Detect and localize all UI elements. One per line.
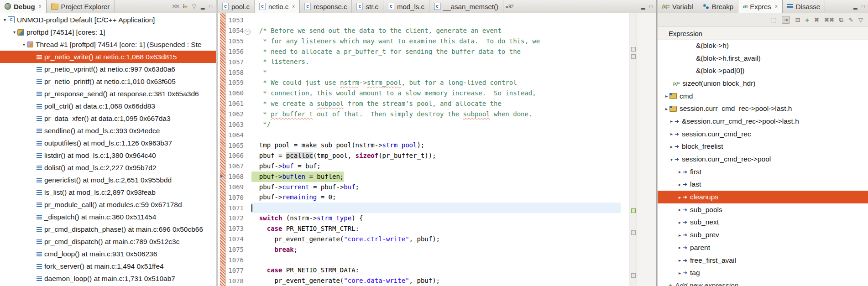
twistie-collapsed-icon[interactable]: ▸ bbox=[677, 207, 683, 212]
tab-project-explorer[interactable]: Project Explorer bbox=[47, 0, 115, 13]
editor-tab-netio-c[interactable]: cnetio.c☓ bbox=[255, 0, 300, 13]
editor-tab-pool-c[interactable]: cpool.c bbox=[218, 0, 255, 13]
twistie-collapsed-icon[interactable]: ▸ bbox=[677, 169, 683, 174]
editor-tab-mod-ls-c[interactable]: cmod_ls.c bbox=[383, 0, 429, 13]
tab-debug[interactable]: Debug ☓ bbox=[0, 0, 47, 13]
code-line-1066[interactable]: 1066 pbuf = pcalloc(tmp_pool, sizeof(pr_… bbox=[218, 151, 621, 161]
stack-frame[interactable]: pr_data_xfer() at data.c:1,095 0x667da3 bbox=[0, 112, 216, 125]
code-line-1057[interactable]: 1057 * listeners. bbox=[218, 57, 621, 67]
code-line-1073[interactable]: 1073 case PR_NETIO_STRM_CTRL: bbox=[218, 224, 621, 234]
stack-frame[interactable]: outputfiles() at mod_ls.c:1,126 0x963b37 bbox=[0, 137, 216, 149]
editor-tab-str-c[interactable]: cstr.c bbox=[352, 0, 383, 13]
restart-icon[interactable]: i bbox=[183, 3, 188, 10]
debug-tree-row[interactable]: ▾proftpd [74514] [cores: 1] bbox=[0, 26, 216, 38]
code-lines[interactable]: 10531054− /* Before we send out the data… bbox=[218, 13, 621, 286]
copy-expressions-icon[interactable]: ⧉ bbox=[839, 17, 843, 23]
stack-frame[interactable]: cmd_loop() at main.c:931 0x506236 bbox=[0, 248, 216, 260]
stack-frame[interactable]: pr_netio_vprintf() at netio.c:997 0x63d0… bbox=[0, 63, 216, 75]
view-menu-icon[interactable]: ▽ bbox=[858, 17, 863, 23]
overview-marker[interactable] bbox=[631, 54, 636, 59]
expression-row[interactable]: ▸➜free_first_avail bbox=[658, 254, 868, 267]
stack-frame[interactable]: pr_cmd_dispatch() at main.c:789 0x512c3c bbox=[0, 235, 216, 248]
twistie-collapsed-icon[interactable]: ▸ bbox=[677, 182, 683, 187]
code-editor-netio[interactable]: 10531054− /* Before we send out the data… bbox=[218, 13, 656, 286]
edit-expression-icon[interactable]: ✎ bbox=[848, 17, 853, 23]
maximize-icon[interactable]: □ bbox=[862, 4, 865, 9]
expression-row[interactable]: ▸➜sub_next bbox=[658, 216, 868, 229]
debug-tree-row[interactable]: ▾Thread #1 [proftpd] 74514 [core: 1] (Su… bbox=[0, 38, 216, 51]
stack-frame[interactable]: genericlist() at mod_ls.c:2,651 0x955bdd bbox=[0, 174, 216, 186]
twistie-collapsed-icon[interactable]: ▸ bbox=[677, 245, 683, 250]
tab-breakp[interactable]: Breakp bbox=[698, 0, 739, 13]
code-line-1062[interactable]: 1062 * pr_buffer_t out of that. Then sim… bbox=[218, 109, 621, 120]
code-line-1077[interactable]: 1077 case PR_NETIO_STRM_DATA: bbox=[218, 265, 621, 276]
close-icon[interactable]: ☓ bbox=[292, 4, 295, 10]
overview-marker[interactable] bbox=[631, 47, 636, 52]
editor-scrollbar[interactable] bbox=[637, 13, 656, 286]
stack-frame[interactable]: _dispatch() at main.c:360 0x511454 bbox=[0, 211, 216, 223]
stack-frame[interactable]: pr_cmd_dispatch_phase() at main.c:696 0x… bbox=[0, 223, 216, 235]
stack-frame[interactable]: dolist() at mod_ls.c:2,227 0x95b7d2 bbox=[0, 161, 216, 174]
expression-row[interactable]: ▸➜session.curr_cmd_rec bbox=[658, 128, 868, 140]
code-line-1072[interactable]: 1072 switch (nstrm->strm_type) { bbox=[218, 213, 621, 224]
stack-frame[interactable]: pr_netio_printf() at netio.c:1,010 0x63f… bbox=[0, 75, 216, 88]
code-line-1054[interactable]: 1054− /* Before we send out the data to … bbox=[218, 26, 621, 36]
expression-row[interactable]: ▸➜tag bbox=[658, 266, 868, 279]
code-line-1058[interactable]: 1058 * bbox=[218, 67, 621, 78]
expression-row[interactable]: ▸session.curr_cmd_rec->pool->last.h bbox=[658, 102, 868, 115]
stack-frame[interactable]: listdir() at mod_ls.c:1,380 0x964c40 bbox=[0, 149, 216, 161]
code-line-1069[interactable]: 1069 pbuf->current = pbuf->buf; bbox=[218, 182, 621, 192]
expression-row[interactable]: &(blok->pad[0]) bbox=[658, 64, 868, 77]
overview-marker[interactable] bbox=[631, 230, 636, 235]
tab-expres[interactable]: 66Expres☓ bbox=[738, 0, 783, 13]
twistie-collapsed-icon[interactable]: ▸ bbox=[677, 195, 683, 200]
twistie-expanded-icon[interactable]: ▾ bbox=[669, 157, 675, 162]
view-menu-icon[interactable]: ▽ bbox=[192, 4, 196, 9]
code-line-1074[interactable]: 1074 pr_event_generate("core.ctrl-write"… bbox=[218, 234, 621, 244]
code-line-1063[interactable]: 1063 */ bbox=[218, 119, 621, 130]
minimize-icon[interactable]: ▂ bbox=[201, 4, 204, 9]
editor-tab-response-c[interactable]: cresponse.c bbox=[300, 0, 352, 13]
code-line-1055[interactable]: 1055 * for any listeners which may want … bbox=[218, 36, 621, 47]
expression-row[interactable]: &(blok->h) bbox=[658, 39, 868, 52]
code-line-1070[interactable]: 1070 pbuf->remaining = 0; bbox=[218, 192, 621, 203]
expression-row[interactable]: ▸➜block_freelist bbox=[658, 140, 868, 153]
debug-tree-row[interactable]: ▾CUNMOD-proftpd Default [C/C++ Applicati… bbox=[0, 14, 216, 26]
remove-all-terminated-icon[interactable]: ✕✕ bbox=[172, 4, 178, 9]
stack-frame[interactable]: ls_list() at mod_ls.c:2,897 0x93feab bbox=[0, 186, 216, 198]
code-line-1059[interactable]: 1059 * We could just use nstrm->strm_poo… bbox=[218, 78, 621, 88]
expression-row[interactable]: ▸➜sub_prev bbox=[658, 229, 868, 241]
expression-row[interactable]: ▸➜last bbox=[658, 178, 868, 191]
twistie-collapsed-icon[interactable]: ▸ bbox=[677, 233, 683, 238]
code-line-1056[interactable]: 1056 * need to allocate a pr_buffer_t fo… bbox=[218, 47, 621, 57]
code-line-1068[interactable]: ➤1068 pbuf->buflen = buflen; bbox=[218, 172, 621, 182]
twistie-expanded-icon[interactable]: ▾ bbox=[21, 42, 27, 47]
expression-row[interactable]: ▸➜parent bbox=[658, 241, 868, 254]
editor-tab-asan-memset[interactable]: c__asan_memset() bbox=[429, 0, 503, 13]
stack-frame-selected[interactable]: pr_netio_write() at netio.c:1,068 0x63d8… bbox=[0, 51, 216, 63]
add-new-expression[interactable]: +Add new expression bbox=[658, 279, 868, 286]
minimize-icon[interactable]: ▂ bbox=[853, 4, 857, 9]
code-line-1053[interactable]: 1053 bbox=[218, 15, 621, 26]
twistie-expanded-icon[interactable]: ▾ bbox=[2, 17, 8, 22]
stack-frame[interactable]: fork_server() at main.c:1,494 0x51ffe4 bbox=[0, 260, 216, 272]
maximize-icon[interactable]: □ bbox=[649, 4, 653, 9]
twistie-collapsed-icon[interactable]: ▸ bbox=[669, 144, 675, 149]
stack-frame[interactable]: sendline() at mod_ls.c:393 0x94edce bbox=[0, 125, 216, 137]
expression-row[interactable]: ▸cmd bbox=[658, 90, 868, 103]
add-expression-icon[interactable]: + bbox=[805, 16, 809, 23]
twistie-expanded-icon[interactable]: ▾ bbox=[11, 30, 17, 35]
tab-disasse[interactable]: Disasse bbox=[783, 0, 825, 13]
code-line-1061[interactable]: 1061 * we create a subpool from the stre… bbox=[218, 99, 621, 109]
more-editors-chevron[interactable]: »92 bbox=[503, 3, 515, 10]
fold-marker-icon[interactable]: − bbox=[244, 26, 251, 35]
twistie-collapsed-icon[interactable]: ▸ bbox=[677, 270, 683, 276]
overview-marker[interactable] bbox=[631, 273, 636, 278]
show-type-names-icon[interactable]: ⬚ bbox=[771, 17, 776, 23]
maximize-icon[interactable]: □ bbox=[209, 4, 212, 9]
current-line-marker[interactable] bbox=[631, 208, 636, 213]
stack-frame[interactable]: poll_ctrl() at data.c:1,068 0x66dd83 bbox=[0, 100, 216, 112]
expression-row[interactable]: ▸➜&session.curr_cmd_rec->pool->last.h bbox=[658, 115, 868, 128]
expression-row[interactable]: &(blok->h.first_avail) bbox=[658, 52, 868, 65]
show-logical-structure-icon[interactable]: ⇥ bbox=[782, 16, 790, 24]
